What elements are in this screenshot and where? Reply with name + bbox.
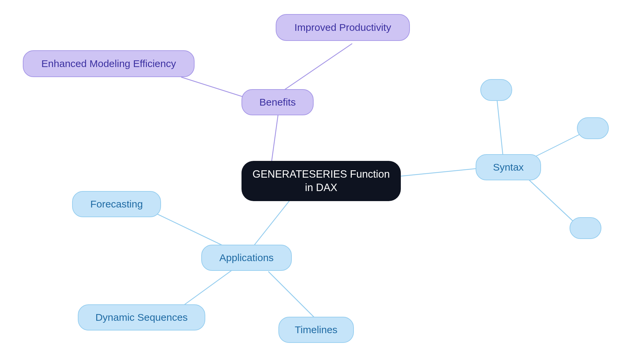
efficiency-label: Enhanced Modeling Efficiency (41, 58, 176, 69)
syntax-empty-node-2[interactable] (577, 117, 609, 139)
efficiency-node[interactable]: Enhanced Modeling Efficiency (23, 50, 195, 77)
forecasting-node[interactable]: Forecasting (72, 191, 161, 217)
center-label: GENERATESERIES Function in DAX (252, 168, 391, 195)
edge-center-syntax (386, 168, 486, 178)
syntax-empty-node-1[interactable] (480, 79, 512, 101)
edge-benefits-productivity (278, 44, 352, 94)
syntax-empty-node-3[interactable] (570, 217, 601, 239)
forecasting-label: Forecasting (90, 198, 143, 210)
productivity-label: Improved Productivity (294, 22, 391, 33)
benefits-label: Benefits (259, 97, 296, 108)
edge-syntax-empty1 (496, 94, 503, 158)
applications-node[interactable]: Applications (201, 245, 292, 271)
timelines-label: Timelines (295, 324, 337, 336)
syntax-node[interactable]: Syntax (476, 154, 541, 180)
timelines-node[interactable]: Timelines (278, 317, 354, 343)
sequences-label: Dynamic Sequences (95, 312, 187, 323)
center-node[interactable]: GENERATESERIES Function in DAX (241, 161, 401, 201)
applications-label: Applications (219, 252, 274, 263)
sequences-node[interactable]: Dynamic Sequences (78, 304, 205, 330)
syntax-label: Syntax (493, 162, 524, 173)
edge-center-benefits (272, 112, 278, 161)
edge-center-applications (253, 198, 292, 246)
productivity-node[interactable]: Improved Productivity (276, 14, 410, 41)
benefits-node[interactable]: Benefits (241, 89, 314, 115)
